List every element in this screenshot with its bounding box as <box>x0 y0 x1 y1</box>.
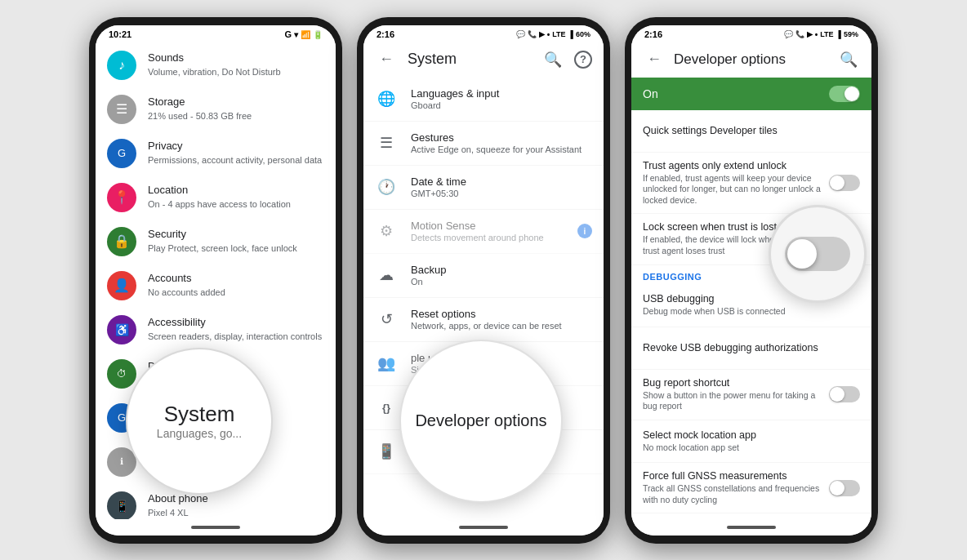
phone-1-status-bar: 10:21 G ▾ 📶 🔋 <box>96 25 336 42</box>
system-item-backup[interactable]: ☁ Backup On <box>363 254 604 298</box>
reset-text: Reset options Network, apps, or device c… <box>411 308 592 331</box>
accessibility-text: Accessibility Screen readers, display, i… <box>148 316 324 342</box>
gnss-title: Force full GNSS measurements <box>643 470 822 482</box>
usb-debug-sub: Debug mode when USB is connected <box>643 306 822 318</box>
revoke-usb-text: Revoke USB debugging authorizations <box>643 342 860 353</box>
phone-2-magnify: Developer options <box>399 340 563 503</box>
dev-item-revoke-usb[interactable]: Revoke USB debugging authorizations <box>631 327 871 370</box>
sounds-subtitle: Volume, vibration, Do Not Disturb <box>148 66 324 78</box>
magnify-1-subtitle: Languages, go... <box>157 427 242 440</box>
dev-on-toggle[interactable] <box>829 86 860 102</box>
phone-2-search-icon[interactable]: 🔍 <box>541 48 564 71</box>
phone-3-status-icons: 💬 📞 ▶ • LTE ▐ 59% <box>784 30 858 39</box>
phone3-lte-icon: LTE <box>820 30 833 38</box>
motion-badge: i <box>577 224 592 238</box>
accessibility-subtitle: Screen readers, display, interaction con… <box>148 331 324 342</box>
system-item-gestures[interactable]: ☰ Gestures Active Edge on, squeeze for y… <box>363 122 604 166</box>
storage-icon: ☰ <box>107 95 136 124</box>
sysupdate-icon: 📱 <box>375 440 398 463</box>
gestures-sub: Active Edge on, squeeze for your Assista… <box>411 144 592 154</box>
accessibility-title: Accessibility <box>148 316 324 330</box>
revoke-usb-title: Revoke USB debugging authorizations <box>643 342 853 353</box>
gnss-toggle[interactable] <box>829 480 860 496</box>
location-title: Location <box>148 184 324 198</box>
settings-item-privacy[interactable]: G Privacy Permissions, account activity,… <box>96 131 336 176</box>
trust-agents-thumb <box>830 176 844 190</box>
phone-1-time: 10:21 <box>109 29 131 39</box>
gnss-text: Force full GNSS measurements Track all G… <box>643 470 829 505</box>
bug-report-text: Bug report shortcut Show a button in the… <box>643 377 829 412</box>
trust-agents-title: Trust agents only extend unlock <box>643 160 822 171</box>
phone3-whatsapp-icon: 📞 <box>795 30 804 38</box>
privacy-title: Privacy <box>148 140 324 153</box>
datetime-title: Date & time <box>411 176 592 188</box>
lang-sub: Gboard <box>411 100 592 110</box>
reset-sub: Network, apps, or device can be reset <box>411 321 592 331</box>
datetime-text: Date & time GMT+05:30 <box>411 176 592 198</box>
location-text: Location On - 4 apps have access to loca… <box>148 184 324 210</box>
bug-report-sub: Show a button in the power menu for taki… <box>643 390 822 412</box>
devopt-icon: {} <box>375 396 398 419</box>
dev-on-toggle-thumb <box>844 87 859 101</box>
phone-2-status-icons: 💬 📞 ▶ • LTE ▐ 60% <box>516 30 590 39</box>
sounds-text: Sounds Volume, vibration, Do Not Disturb <box>148 51 324 78</box>
quick-tiles-text: Quick settings Developer tiles <box>643 125 860 136</box>
phone-2-home-bar <box>363 519 604 536</box>
phone-2-back-icon[interactable]: ← <box>375 48 398 71</box>
phone-2-help-icon[interactable]: ? <box>574 51 592 69</box>
phone-3-back-icon[interactable]: ← <box>643 48 666 71</box>
storage-title: Storage <box>148 96 324 109</box>
dev-item-bug-report[interactable]: Bug report shortcut Show a button in the… <box>631 370 871 420</box>
settings-item-security[interactable]: 🔒 Security Play Protect, screen lock, fa… <box>96 220 336 264</box>
phone2-msg-icon: 💬 <box>516 30 525 38</box>
bug-report-toggle[interactable] <box>829 386 860 402</box>
phone-3-magnify <box>769 205 867 303</box>
system-item-motion[interactable]: ⚙ Motion Sense Detects movement around p… <box>363 210 604 254</box>
dev-item-quick-tiles[interactable]: Quick settings Developer tiles <box>631 110 871 153</box>
settings-item-location[interactable]: 📍 Location On - 4 apps have access to lo… <box>96 176 336 220</box>
sounds-icon: ♪ <box>107 51 136 80</box>
phone-2-header: ← System 🔍 ? <box>363 42 604 78</box>
dev-item-trust-agents[interactable]: Trust agents only extend unlock If enabl… <box>631 153 871 215</box>
usb-debug-big-toggle[interactable] <box>785 237 850 271</box>
trust-agents-sub: If enabled, trust agents will keep your … <box>643 173 822 207</box>
gnss-sub: Track all GNSS constellations and freque… <box>643 483 822 505</box>
dev-item-view-attr[interactable]: Enable view attribute inspection <box>631 513 871 518</box>
settings-item-accounts[interactable]: 👤 Accounts No accounts added <box>96 264 336 308</box>
system-item-datetime[interactable]: 🕐 Date & time GMT+05:30 <box>363 166 604 210</box>
storage-text: Storage 21% used - 50.83 GB free <box>148 96 324 122</box>
phone2-yt-icon: ▶ <box>539 30 545 38</box>
gnss-thumb <box>830 481 844 496</box>
trust-agents-toggle[interactable] <box>829 175 860 191</box>
backup-text: Backup On <box>411 264 592 287</box>
about-icon: 📱 <box>107 491 136 519</box>
system-item-reset[interactable]: ↺ Reset options Network, apps, or device… <box>363 298 604 342</box>
backup-sub: On <box>411 277 592 287</box>
settings-item-accessibility[interactable]: ♿ Accessibility Screen readers, display,… <box>96 308 336 352</box>
privacy-icon: G <box>107 139 136 168</box>
dev-item-mock-location[interactable]: Select mock location app No mock locatio… <box>631 420 871 463</box>
reset-title: Reset options <box>411 308 592 320</box>
accounts-text: Accounts No accounts added <box>148 272 324 298</box>
system-item-lang[interactable]: 🌐 Languages & input Gboard <box>363 78 604 122</box>
phone-2-status-bar: 2:16 💬 📞 ▶ • LTE ▐ 60% <box>363 25 604 42</box>
lang-title: Languages & input <box>411 87 592 100</box>
phone-1: 10:21 G ▾ 📶 🔋 ♪ Sounds Volume, vibration… <box>89 17 342 544</box>
phone-3-search-icon[interactable]: 🔍 <box>837 48 860 71</box>
phone-3-dev-list: Quick settings Developer tiles Trust age… <box>631 110 871 519</box>
privacy-subtitle: Permissions, account activity, personal … <box>148 154 324 166</box>
phone-2-header-title: System <box>408 51 532 68</box>
security-subtitle: Play Protect, screen lock, face unlock <box>148 242 324 254</box>
dev-item-gnss[interactable]: Force full GNSS measurements Track all G… <box>631 463 871 513</box>
gestures-icon: ☰ <box>375 131 398 154</box>
phone-3-home-indicator <box>727 526 776 529</box>
settings-item-sounds[interactable]: ♪ Sounds Volume, vibration, Do Not Distu… <box>96 43 336 87</box>
magnify-1-title: System <box>164 402 235 427</box>
quick-tiles-title: Quick settings Developer tiles <box>643 125 853 136</box>
accounts-title: Accounts <box>148 272 324 286</box>
bug-report-title: Bug report shortcut <box>643 377 822 389</box>
settings-item-storage[interactable]: ☰ Storage 21% used - 50.83 GB free <box>96 87 336 131</box>
wifi-icon: 📶 <box>301 30 310 39</box>
google-icon: G <box>284 29 292 39</box>
gestures-title: Gestures <box>411 131 592 144</box>
